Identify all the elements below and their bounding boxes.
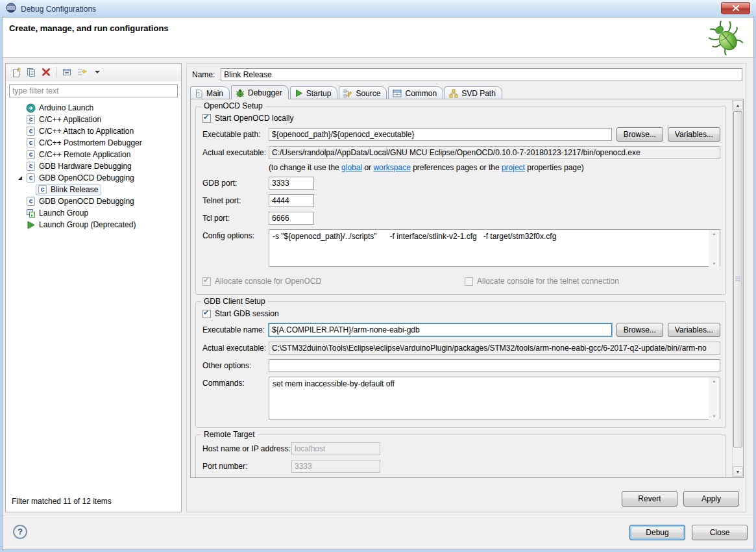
tree-item-launch-group-deprecated[interactable]: Launch Group (Deprecated) — [6, 219, 181, 231]
workspace-preferences-link[interactable]: workspace — [373, 163, 410, 172]
tree-item-launch-group[interactable]: Launch Group — [6, 207, 181, 219]
window-close-button[interactable] — [721, 2, 750, 14]
new-configuration-button[interactable] — [8, 65, 23, 79]
textarea-scrollbar[interactable]: ▲▼ — [709, 230, 720, 268]
start-openocd-label: Start OpenOCD locally — [215, 114, 293, 123]
start-gdb-session-checkbox[interactable] — [202, 310, 211, 318]
remote-target-group: Remote Target Host name or IP address: P… — [195, 434, 726, 477]
tab-startup[interactable]: Startup — [290, 86, 338, 99]
tree-item-cpp-postmortem[interactable]: c C/C++ Postmortem Debugger — [6, 137, 181, 149]
commands-textarea[interactable]: set mem inaccessible-by-default off — [269, 377, 720, 420]
tab-source[interactable]: Source — [339, 86, 387, 99]
bug-icon — [236, 88, 245, 97]
tcl-port-input[interactable] — [269, 212, 314, 225]
dialog-button-bar: ? Debug Close — [3, 516, 753, 549]
green-bug-icon — [708, 20, 743, 57]
executable-path-label: Executable path: — [202, 130, 269, 139]
allocate-console-telnet-label: Allocate console for the telnet connecti… — [477, 277, 619, 286]
c-launch-icon: c — [26, 162, 36, 171]
tree-item-gdb-hardware[interactable]: c GDB Hardware Debugging — [6, 160, 181, 172]
telnet-port-input[interactable] — [269, 194, 314, 207]
duplicate-configuration-button[interactable] — [23, 65, 38, 79]
revert-button[interactable]: Revert — [622, 491, 677, 507]
commands-label: Commands: — [202, 379, 269, 388]
gdb-actual-executable-field — [269, 342, 720, 355]
collapse-all-button[interactable] — [59, 65, 74, 79]
scrollbar-thumb[interactable] — [733, 111, 742, 447]
textarea-scrollbar[interactable]: ▲▼ — [709, 377, 720, 420]
delete-icon — [41, 67, 51, 77]
arduino-launch-icon — [26, 103, 36, 113]
help-button[interactable]: ? — [13, 525, 27, 539]
openocd-variables-button[interactable]: Variables... — [668, 127, 720, 142]
play-icon — [26, 220, 36, 230]
scroll-down-arrow[interactable]: ▼ — [733, 466, 743, 477]
toolbar-menu-button[interactable] — [89, 65, 104, 79]
new-configuration-icon — [11, 67, 21, 77]
c-launch-icon: c — [26, 173, 36, 183]
project-properties-link[interactable]: project — [502, 163, 525, 172]
debugger-tab-panel: OpenOCD Setup Start OpenOCD locally Exec… — [190, 99, 744, 478]
port-number-input — [291, 460, 380, 473]
content-scrollbar[interactable]: ▲ ▼ — [732, 99, 743, 477]
c-launch-icon: c — [26, 115, 36, 125]
other-options-input[interactable] — [269, 359, 720, 372]
configurations-tree: Arduino Launch c C/C++ Application c C/C… — [6, 99, 181, 497]
menu-dropdown-icon — [95, 71, 100, 73]
debug-button[interactable]: Debug — [629, 525, 685, 540]
telnet-port-label: Telnet port: — [202, 196, 269, 205]
tree-item-gdb-openocd-expanded[interactable]: c GDB OpenOCD Debugging — [6, 172, 181, 184]
dialog-header-title: Create, manage, and run configurations — [9, 23, 169, 33]
delete-configuration-button[interactable] — [38, 65, 53, 79]
eclipse-icon — [6, 3, 16, 15]
config-options-label: Config options: — [202, 231, 269, 240]
tree-expander-icon[interactable] — [16, 174, 24, 182]
close-button[interactable]: Close — [692, 525, 748, 540]
editor-tabs: Main Debugger Startup — [190, 85, 730, 99]
tab-svd-path[interactable]: SVD Path — [445, 86, 502, 99]
apply-row: Revert Apply — [622, 491, 739, 507]
source-tree-icon — [343, 89, 352, 98]
filter-configurations-button[interactable] — [74, 65, 89, 79]
tab-main[interactable]: Main — [190, 86, 230, 99]
tree-item-cpp-remote[interactable]: c C/C++ Remote Application — [6, 149, 181, 160]
tree-item-blink-release[interactable]: c Blink Release — [6, 184, 181, 195]
openocd-browse-button[interactable]: Browse... — [616, 127, 663, 142]
tab-common[interactable]: Common — [388, 86, 443, 99]
scroll-up-arrow[interactable]: ▲ — [733, 100, 743, 110]
actual-executable-label: Actual executable: — [202, 148, 269, 157]
allocate-console-openocd-checkbox — [202, 277, 211, 286]
name-input[interactable] — [221, 68, 742, 81]
gdb-browse-button[interactable]: Browse... — [616, 323, 663, 337]
tree-item-gdb-openocd-2[interactable]: c GDB OpenOCD Debugging — [6, 195, 181, 207]
configurations-sidebar: Arduino Launch c C/C++ Application c C/C… — [5, 63, 182, 512]
preferences-hint: (to change it use the global or workspac… — [269, 163, 720, 172]
tcl-port-label: Tcl port: — [202, 214, 269, 223]
group-title: Remote Target — [201, 430, 258, 439]
collapse-all-icon — [62, 67, 72, 77]
c-launch-icon: c — [38, 185, 47, 195]
gdb-variables-button[interactable]: Variables... — [668, 323, 720, 337]
tree-item-cpp-application[interactable]: c C/C++ Application — [6, 114, 181, 125]
launch-group-icon — [26, 208, 36, 218]
gdb-port-input[interactable] — [269, 177, 314, 190]
filter-input[interactable] — [9, 84, 178, 97]
page-icon — [195, 89, 203, 98]
titlebar: Debug Configurations — [0, 0, 756, 18]
host-name-label: Host name or IP address: — [202, 444, 291, 453]
gdb-port-label: GDB port: — [202, 179, 269, 188]
tree-item-arduino-launch[interactable]: Arduino Launch — [6, 102, 181, 114]
global-preferences-link[interactable]: global — [341, 163, 362, 172]
tab-debugger[interactable]: Debugger — [231, 85, 289, 99]
allocate-console-telnet-checkbox — [465, 277, 473, 286]
config-options-textarea[interactable]: -s "${openocd_path}/../scripts" -f inter… — [269, 229, 720, 267]
openocd-executable-path-input[interactable] — [269, 128, 612, 141]
apply-button[interactable]: Apply — [683, 491, 739, 507]
openocd-actual-executable-field — [269, 146, 720, 159]
group-title: GDB Client Setup — [201, 297, 268, 306]
gdb-executable-name-input[interactable] — [269, 323, 612, 336]
c-launch-icon: c — [26, 150, 36, 160]
configuration-editor: Name: Main Debugger — [186, 63, 746, 512]
start-openocd-checkbox[interactable] — [202, 114, 211, 123]
tree-item-cpp-attach[interactable]: c C/C++ Attach to Application — [6, 125, 181, 137]
